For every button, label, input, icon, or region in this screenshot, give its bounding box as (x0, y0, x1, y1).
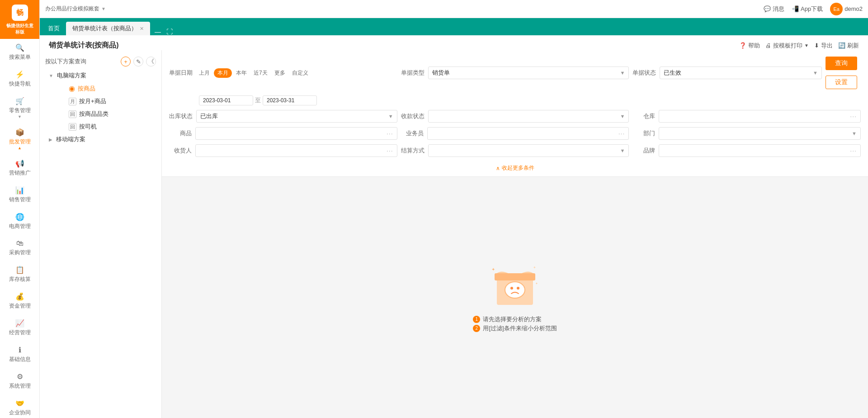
sidebar-item-finance[interactable]: 💰 资金管理 (0, 288, 39, 314)
retail-icon: 🛒 (15, 97, 24, 105)
shortcut-this-month[interactable]: 本月 (214, 68, 232, 78)
dept-input[interactable]: ▼ (659, 127, 861, 140)
sidebar-item-retail[interactable]: 🛒 零售管理 ▼ (0, 92, 39, 124)
tab-minimize-icon[interactable]: — (152, 28, 164, 35)
filter-row-3: 商品 ··· 业务员 ··· (169, 127, 861, 140)
topbar-left: 办公用品行业模拟账套 ▼ (45, 5, 106, 13)
sidebar-item-quick[interactable]: ⚡ 快捷导航 (0, 66, 39, 92)
help-label: 帮助 (748, 42, 760, 50)
enterprise-icon: 🤝 (15, 399, 24, 408)
sidebar-item-label: 企业协同 (9, 409, 31, 417)
app-download-label: App下载 (801, 5, 823, 13)
collapse-button[interactable]: ∧ 收起更多条件 (169, 162, 861, 176)
warehouse-input[interactable]: ··· (659, 110, 861, 123)
brand-input[interactable]: ··· (659, 144, 861, 157)
tree-node-by-goods[interactable]: ◉ 按商品 (56, 82, 161, 95)
logo-subtext: 标版 (15, 29, 24, 35)
status-input[interactable]: 已生效 ▼ (660, 66, 822, 79)
sidebar-item-label: 销售管理 (9, 196, 31, 204)
date-to-input[interactable] (263, 95, 317, 105)
message-icon: 💬 (764, 5, 771, 12)
action-buttons: 查询 设置 (822, 55, 861, 91)
shortcut-custom[interactable]: 自定义 (289, 68, 311, 78)
tree-node-mobile[interactable]: ▶ 移动端方案 (40, 133, 161, 146)
sidebar-item-search[interactable]: 🔍 搜索菜单 (0, 39, 39, 66)
scheme-panel: 按以下方案查询 + ✎ 《 (40, 50, 162, 418)
settlement-input[interactable]: ▼ (428, 144, 629, 157)
finance-icon: 💰 (15, 292, 24, 301)
sidebar-item-basic[interactable]: ℹ 基础信息 (0, 341, 39, 368)
message-button[interactable]: 💬 消息 (764, 5, 784, 13)
sidebar-item-label: 库存核算 (9, 276, 31, 283)
status-value: 已生效 (664, 69, 811, 77)
tree-node-by-month-goods[interactable]: 月 按月+商品 (56, 95, 161, 108)
tree-expand-icon: ▼ (49, 73, 53, 78)
refresh-icon: 🔄 (838, 42, 845, 49)
user-menu[interactable]: Ea demo2 (830, 3, 863, 15)
sidebar-item-ecom[interactable]: 🌐 电商管理 (0, 208, 39, 235)
chevron-down-icon: ▼ (804, 43, 809, 48)
sidebar-item-inventory[interactable]: 📋 库存核算 (0, 261, 39, 288)
plus-icon: + (124, 58, 127, 65)
sidebar-item-purchase[interactable]: 🛍 采购管理 (0, 235, 39, 261)
sidebar-item-sales-mgmt[interactable]: 📊 销售管理 (0, 181, 39, 208)
staff-input[interactable]: ··· (427, 127, 629, 140)
goods-input[interactable]: ··· (195, 127, 397, 140)
type-value: 销货单 (432, 69, 618, 77)
sidebar-item-wholesale[interactable]: 📦 批发管理 ▲ (0, 124, 39, 155)
edit-icon: ✎ (136, 58, 141, 65)
app-download-button[interactable]: 📲 App下载 (792, 5, 823, 13)
stock-out-label: 出库状态 (169, 112, 196, 120)
date-from-input[interactable] (199, 95, 253, 105)
tab-maximize-icon[interactable]: ⛶ (164, 28, 175, 35)
sidebar-item-label: 采购管理 (9, 249, 31, 256)
tree-node-by-goods-cat[interactable]: 回 按商品品类 (56, 108, 161, 120)
tree-node-by-goods-cat-label: 按商品品类 (79, 110, 108, 118)
sidebar-item-enterprise[interactable]: 🤝 企业协同 (0, 394, 39, 418)
empty-step1-text: 请先选择要分析的方案 (483, 315, 542, 323)
tab-sales[interactable]: 销货单统计表（按商品） ✕ (66, 22, 150, 35)
tab-home[interactable]: 首页 (42, 22, 66, 35)
topbar-right: 💬 消息 📲 App下载 Ea demo2 (764, 3, 863, 15)
tree-node-by-clerk[interactable]: 回 按司机 (56, 120, 161, 133)
shortcut-7days[interactable]: 近7天 (251, 68, 270, 78)
setup-button[interactable]: 设置 (826, 76, 857, 89)
svg-point-2 (505, 282, 525, 298)
refresh-button[interactable]: 🔄 刷新 (838, 42, 859, 50)
tab-close-icon[interactable]: ✕ (140, 26, 144, 32)
shortcut-this-year[interactable]: 本年 (233, 68, 250, 78)
stock-out-input[interactable]: 已出库 ▼ (196, 110, 397, 123)
type-input[interactable]: 销货单 ▼ (428, 66, 629, 79)
tree-node-pc[interactable]: ▼ 电脑端方案 (40, 69, 161, 82)
filter-status-item: 单据状态 已生效 ▼ 查询 设置 (632, 55, 861, 91)
filter-warehouse-item: 仓库 ··· (632, 110, 861, 123)
app-logo: 畅 畅捷信好生意 标版 (0, 0, 40, 39)
filter-payment-item: 收款状态 ▼ (401, 110, 629, 123)
account-dropdown[interactable]: 办公用品行业模拟账套 ▼ (45, 5, 106, 13)
empty-step2: 2 用[过滤]条件来缩小分析范围 (473, 324, 557, 332)
sidebar-item-marketing[interactable]: 📢 营销推广 (0, 155, 39, 181)
scheme-edit-button[interactable]: ✎ (133, 57, 143, 66)
sidebar-item-ops[interactable]: 📈 经营管理 (0, 314, 39, 341)
help-button[interactable]: ❓ 帮助 (739, 42, 760, 50)
chevron-up-icon: ▲ (18, 146, 22, 150)
shortcut-last-month[interactable]: 上月 (196, 68, 212, 78)
template-print-button[interactable]: 🖨 按模板打印 ▼ (765, 42, 809, 50)
chevron-down-icon: ▼ (813, 70, 818, 76)
date-shortcuts: 上月 本月 本年 近7天 更多 自定义 (196, 68, 397, 78)
filter-brand-item: 品牌 ··· (632, 144, 861, 157)
scheme-header: 按以下方案查询 + ✎ 《 (40, 54, 161, 69)
payment-input[interactable]: ▼ (428, 110, 629, 123)
sidebar-item-system[interactable]: ⚙ 系统管理 (0, 368, 39, 394)
scheme-add-button[interactable]: + (121, 57, 131, 66)
sidebar-item-label: 营销推广 (9, 169, 31, 177)
goods-cat-icon: 回 (69, 110, 76, 118)
scheme-collapse-button[interactable]: 《 (146, 57, 156, 66)
recipient-input[interactable]: ··· (195, 144, 397, 157)
export-button[interactable]: ⬇ 导出 (814, 42, 833, 50)
shortcut-more[interactable]: 更多 (272, 68, 288, 78)
avatar-initials: Ea (834, 6, 840, 12)
empty-step1: 1 请先选择要分析的方案 (473, 315, 557, 323)
ops-icon: 📈 (15, 319, 24, 328)
query-button[interactable]: 查询 (826, 57, 857, 70)
